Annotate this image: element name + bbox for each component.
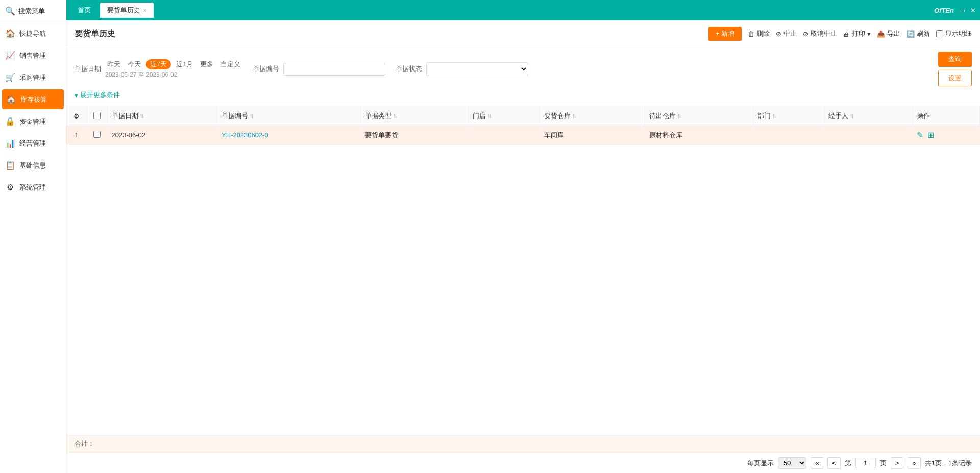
new-button[interactable]: + 新增 [708, 27, 742, 41]
cell-department [753, 126, 824, 145]
sort-icon: ⇅ [772, 113, 776, 119]
suspend-button[interactable]: ⊘ 中止 [776, 29, 797, 38]
cell-checkbox [87, 126, 107, 145]
sidebar-item-inventory[interactable]: 🏠 库存核算 [2, 89, 64, 109]
refresh-icon: 🔄 [906, 30, 915, 38]
first-page-button[interactable]: « [811, 457, 823, 469]
sort-icon: ⇅ [572, 113, 576, 119]
col-doc-type[interactable]: 单据类型 ⇅ [360, 106, 469, 126]
action-icons: ✎ ⊞ [917, 130, 975, 140]
sidebar-item-operation[interactable]: 📊 经营管理 [0, 132, 66, 154]
sidebar-item-quick-nav[interactable]: 🏠 快捷导航 [0, 22, 66, 44]
cancel-suspend-label: 取消中止 [811, 29, 837, 38]
table-row[interactable]: 1 2023-06-02 YH-20230602-0 要货单要货 车间库 原材料… [66, 126, 980, 145]
tab-home[interactable]: 首页 [70, 3, 98, 18]
basic-icon: 📋 [5, 160, 15, 170]
export-icon: 📤 [877, 30, 885, 38]
col-req-warehouse[interactable]: 要货仓库 ⇅ [540, 106, 645, 126]
col-store-label: 门店 [473, 111, 486, 121]
col-pending-warehouse[interactable]: 待出仓库 ⇅ [645, 106, 753, 126]
sidebar-item-basic[interactable]: 📋 基础信息 [0, 154, 66, 176]
col-doc-no[interactable]: 单据编号 ⇅ [217, 106, 361, 126]
topbar-right: OfTEn ▭ ✕ [934, 7, 976, 14]
page-prefix: 第 [845, 459, 851, 468]
sidebar-search[interactable]: 🔍 搜索菜单 [0, 0, 66, 22]
filter-row: 单据日期 昨天 今天 近7天 近1月 更多 自定义 2023-05-27 至 2… [75, 52, 972, 86]
date-options-container: 昨天 今天 近7天 近1月 更多 自定义 2023-05-27 至 2023-0… [105, 59, 242, 79]
cancel-suspend-button[interactable]: ⊘ 取消中止 [803, 29, 837, 38]
cell-doc-type: 要货单要货 [360, 126, 469, 145]
filter-area: 单据日期 昨天 今天 近7天 近1月 更多 自定义 2023-05-27 至 2… [66, 45, 980, 106]
close-icon[interactable]: ✕ [970, 7, 976, 14]
date-opt-custom[interactable]: 自定义 [218, 59, 242, 69]
status-select[interactable] [426, 62, 528, 76]
col-date-label: 单据日期 [112, 111, 138, 121]
show-detail-button[interactable]: 显示明细 [936, 29, 972, 38]
col-handler[interactable]: 经手人 ⇅ [824, 106, 913, 126]
sidebar: 🔍 搜索菜单 🏠 快捷导航 📈 销售管理 🛒 采购管理 🏠 库存核算 🔒 资金管… [0, 0, 66, 473]
sidebar-item-purchase[interactable]: 🛒 采购管理 [0, 66, 66, 88]
sidebar-search-label: 搜索菜单 [18, 7, 45, 16]
purchase-icon: 🛒 [5, 73, 15, 82]
detail-icon[interactable]: ⊞ [927, 130, 934, 140]
sidebar-item-system[interactable]: ⚙ 系统管理 [0, 176, 66, 198]
print-dropdown-icon: ▾ [867, 30, 871, 38]
date-opt-7days[interactable]: 近7天 [146, 59, 171, 69]
prev-page-button[interactable]: < [827, 457, 841, 469]
col-doc-no-label: 单据编号 [222, 111, 248, 121]
pagination: 每页显示 50 10 20 100 « < 第 页 > » 共1页，1条记录 [66, 453, 980, 473]
next-page-button[interactable]: > [891, 457, 904, 469]
date-filter-label: 单据日期 [75, 64, 101, 74]
page-header: 要货单历史 + 新增 🗑 删除 ⊘ 中止 ⊘ 取消中止 🖨 打印 [66, 20, 980, 45]
delete-icon: 🗑 [748, 30, 754, 38]
col-date[interactable]: 单据日期 ⇅ [107, 106, 217, 126]
export-button[interactable]: 📤 导出 [877, 29, 900, 38]
print-button[interactable]: 🖨 打印 ▾ [843, 29, 871, 38]
select-all-checkbox[interactable] [93, 112, 101, 119]
show-detail-checkbox[interactable] [936, 30, 943, 37]
doc-no-input[interactable] [283, 63, 385, 76]
sidebar-item-label: 经营管理 [19, 139, 46, 148]
date-opt-today[interactable]: 今天 [126, 59, 143, 69]
doc-no-link[interactable]: YH-20230602-0 [222, 131, 268, 139]
cell-store [469, 126, 540, 145]
row-checkbox[interactable] [93, 131, 101, 138]
system-icon: ⚙ [5, 182, 15, 192]
page-number-input[interactable] [855, 458, 876, 468]
doc-no-filter: 单据编号 [253, 63, 385, 76]
sidebar-item-label: 采购管理 [19, 73, 46, 82]
cell-req-warehouse: 车间库 [540, 126, 645, 145]
col-doc-type-label: 单据类型 [365, 111, 391, 121]
delete-button[interactable]: 🗑 删除 [748, 29, 770, 38]
sidebar-item-finance[interactable]: 🔒 资金管理 [0, 110, 66, 132]
tab-close-icon[interactable]: × [143, 7, 146, 13]
refresh-button[interactable]: 🔄 刷新 [906, 29, 930, 38]
operation-icon: 📊 [5, 138, 15, 148]
col-settings[interactable]: ⚙ [66, 106, 87, 126]
refresh-label: 刷新 [917, 29, 930, 38]
sidebar-item-sales[interactable]: 📈 销售管理 [0, 44, 66, 66]
restore-icon[interactable]: ▭ [959, 7, 965, 14]
topbar: 首页 要货单历史 × OfTEn ▭ ✕ [66, 0, 980, 20]
sidebar-item-label: 销售管理 [19, 51, 46, 60]
per-page-select[interactable]: 50 10 20 100 [778, 457, 806, 469]
query-button[interactable]: 查询 [938, 52, 972, 67]
edit-icon[interactable]: ✎ [917, 130, 923, 140]
print-label: 打印 [852, 29, 865, 38]
expand-more-button[interactable]: ▾ 展开更多条件 [75, 90, 972, 100]
delete-label: 删除 [756, 29, 770, 38]
col-department[interactable]: 部门 ⇅ [753, 106, 824, 126]
expand-more-label: 展开更多条件 [80, 90, 120, 100]
col-store[interactable]: 门店 ⇅ [469, 106, 540, 126]
tab-requisition-label: 要货单历史 [107, 6, 140, 15]
date-opt-1month[interactable]: 近1月 [174, 59, 195, 69]
cell-doc-no[interactable]: YH-20230602-0 [217, 126, 361, 145]
date-opt-more[interactable]: 更多 [198, 59, 215, 69]
status-filter: 单据状态 [396, 62, 528, 76]
col-pending-warehouse-label: 待出仓库 [649, 111, 676, 121]
date-opt-yesterday[interactable]: 昨天 [105, 59, 122, 69]
sort-icon: ⇅ [140, 113, 144, 119]
filter-settings-button[interactable]: 设置 [938, 70, 972, 86]
last-page-button[interactable]: » [908, 457, 920, 469]
tab-requisition-history[interactable]: 要货单历史 × [100, 3, 154, 18]
